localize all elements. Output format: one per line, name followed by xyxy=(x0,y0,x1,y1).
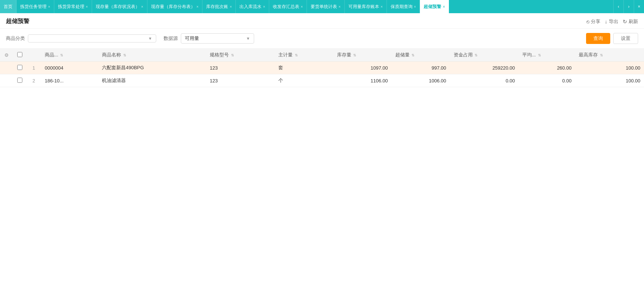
nav-tab-5[interactable]: 库存批次账 × xyxy=(202,0,236,13)
td-gear-2 xyxy=(0,74,13,87)
td-over-2: 1006.00 xyxy=(392,74,450,87)
th-maxstock-label: 最高库存 xyxy=(579,52,598,58)
nav-tab-9[interactable]: 可用量库存账本 × xyxy=(345,0,387,13)
td-unit-2: 个 xyxy=(275,74,333,87)
th-capital[interactable]: 资金占用 ⇅ xyxy=(450,49,519,62)
export-button[interactable]: ↓ 导出 xyxy=(605,18,618,25)
nav-more-button[interactable]: × xyxy=(634,0,644,13)
category-select[interactable]: ▼ xyxy=(28,34,156,42)
nav-tab-8[interactable]: 要货单统计表 × xyxy=(307,0,345,13)
td-name-2: 机油滤清器 xyxy=(98,74,206,87)
td-maxstock-2: 100.00 xyxy=(575,74,644,87)
nav-tab-6[interactable]: 出入库流水 × xyxy=(236,0,269,13)
th-unit-sort-icon: ⇅ xyxy=(295,53,298,57)
nav-tab-home[interactable]: 首页 xyxy=(0,0,17,13)
nav-tab-5-label: 库存批次账 xyxy=(206,4,228,10)
nav-tab-active-close[interactable]: × xyxy=(443,5,445,9)
td-spec-2: 123 xyxy=(206,74,275,87)
top-nav: 首页 拣货任务管理 × 拣货异常处理 × 现存量（库存状况表） × 现存量（库存… xyxy=(0,0,644,13)
th-capital-sort-icon: ⇅ xyxy=(475,53,477,57)
refresh-icon: ↻ xyxy=(623,19,627,25)
nav-tab-6-label: 出入库流水 xyxy=(239,4,261,10)
nav-tab-1-label: 拣货任务管理 xyxy=(20,4,47,10)
header-actions: ⎋ 分享 ↓ 导出 ↻ 刷新 xyxy=(586,18,638,25)
table-row: 2 186-10... 机油滤清器 123 个 1106.00 1006.00 … xyxy=(0,74,644,87)
data-table: ⚙ 商品... ⇅ 商品名称 ⇅ 规格型号 xyxy=(0,49,644,87)
row-2-checkbox[interactable] xyxy=(17,78,22,83)
query-button[interactable]: 查询 xyxy=(586,33,610,44)
nav-tab-2[interactable]: 拣货异常处理 × xyxy=(54,0,92,13)
settings-button[interactable]: 设置 xyxy=(613,33,638,44)
th-gear: ⚙ xyxy=(0,49,13,62)
nav-tab-10[interactable]: 保质期查询 × xyxy=(387,0,420,13)
td-avg-2: 0.00 xyxy=(519,74,575,87)
nav-tab-7-label: 收发存汇总表 xyxy=(273,4,299,10)
nav-tab-4-label: 现存量（库存分布表） xyxy=(151,4,195,10)
th-name-label: 商品名称 xyxy=(102,52,121,58)
nav-tab-10-close[interactable]: × xyxy=(414,5,416,9)
th-spec-sort-icon: ⇅ xyxy=(231,53,234,57)
page-title: 超储预警 xyxy=(6,18,29,25)
nav-next-button[interactable]: › xyxy=(623,0,634,13)
nav-prev-button[interactable]: ‹ xyxy=(613,0,623,13)
td-code-1: 0000004 xyxy=(41,62,98,74)
td-num-2: 2 xyxy=(26,74,41,87)
share-label: 分享 xyxy=(591,18,600,25)
gear-icon[interactable]: ⚙ xyxy=(4,52,9,58)
th-checkbox xyxy=(13,49,26,62)
nav-tab-1[interactable]: 拣货任务管理 × xyxy=(17,0,54,13)
th-maxstock[interactable]: 最高库存 ⇅ xyxy=(575,49,644,62)
th-unit[interactable]: 主计量 ⇅ xyxy=(275,49,333,62)
td-name-1: 六配套新昌490BPG xyxy=(98,62,206,74)
nav-tab-8-label: 要货单统计表 xyxy=(311,4,337,10)
filter-actions: 查询 设置 xyxy=(586,33,638,44)
th-over-label: 超储量 xyxy=(395,52,410,58)
th-avg[interactable]: 平均... ⇅ xyxy=(519,49,575,62)
nav-tab-9-label: 可用量库存账本 xyxy=(348,4,379,10)
th-stock-sort-icon: ⇅ xyxy=(353,53,356,57)
datasource-select[interactable]: 可用量 ▼ xyxy=(181,33,254,44)
th-maxstock-sort-icon: ⇅ xyxy=(600,53,603,57)
nav-tab-7[interactable]: 收发存汇总表 × xyxy=(269,0,307,13)
nav-tab-2-label: 拣货异常处理 xyxy=(58,4,84,10)
th-spec-label: 规格型号 xyxy=(210,52,229,58)
nav-tab-5-close[interactable]: × xyxy=(230,5,232,9)
th-num xyxy=(26,49,41,62)
nav-tab-active[interactable]: 超储预警 × xyxy=(420,0,449,13)
page-header: 超储预警 ⎋ 分享 ↓ 导出 ↻ 刷新 xyxy=(0,13,644,29)
td-unit-1: 套 xyxy=(275,62,333,74)
table-row: 1 0000004 六配套新昌490BPG 123 套 1097.00 997.… xyxy=(0,62,644,74)
td-over-1: 997.00 xyxy=(392,62,450,74)
select-all-checkbox[interactable] xyxy=(17,52,22,57)
nav-tab-3[interactable]: 现存量（库存状况表） × xyxy=(92,0,147,13)
nav-tab-3-close[interactable]: × xyxy=(141,5,143,9)
th-unit-label: 主计量 xyxy=(278,52,293,58)
th-code[interactable]: 商品... ⇅ xyxy=(41,49,98,62)
nav-tab-9-close[interactable]: × xyxy=(381,5,383,9)
td-checkbox-1 xyxy=(13,62,26,74)
share-button[interactable]: ⎋ 分享 xyxy=(586,18,600,25)
th-over[interactable]: 超储量 ⇅ xyxy=(392,49,450,62)
td-stock-1: 1097.00 xyxy=(333,62,392,74)
nav-tab-4-close[interactable]: × xyxy=(197,5,199,9)
nav-tab-8-close[interactable]: × xyxy=(339,5,341,9)
th-avg-sort-icon: ⇅ xyxy=(538,53,541,57)
export-icon: ↓ xyxy=(605,19,607,25)
category-arrow-icon: ▼ xyxy=(148,36,152,41)
datasource-value: 可用量 xyxy=(185,35,199,42)
th-name[interactable]: 商品名称 ⇅ xyxy=(98,49,206,62)
nav-tab-home-label: 首页 xyxy=(4,4,12,10)
refresh-button[interactable]: ↻ 刷新 xyxy=(623,18,638,25)
datasource-filter: 数据源 可用量 ▼ xyxy=(164,33,254,44)
nav-tab-1-close[interactable]: × xyxy=(48,5,50,9)
refresh-label: 刷新 xyxy=(629,18,638,25)
row-1-checkbox[interactable] xyxy=(17,65,22,70)
nav-tab-7-close[interactable]: × xyxy=(301,5,303,9)
nav-tab-active-label: 超储预警 xyxy=(424,4,441,10)
nav-tab-6-close[interactable]: × xyxy=(263,5,265,9)
th-spec[interactable]: 规格型号 ⇅ xyxy=(206,49,275,62)
nav-tab-2-close[interactable]: × xyxy=(86,5,88,9)
nav-tab-4[interactable]: 现存量（库存分布表） × xyxy=(147,0,203,13)
td-stock-2: 1106.00 xyxy=(333,74,392,87)
th-stock[interactable]: 库存量 ⇅ xyxy=(333,49,392,62)
